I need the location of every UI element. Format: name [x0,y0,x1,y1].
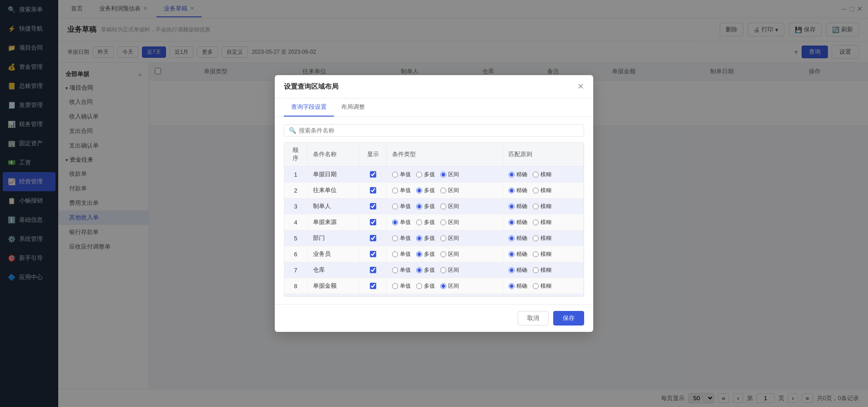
row-match-cell: 精确模糊 [503,262,583,278]
row-type-cell: 单值多值区间 [387,183,503,198]
radio-match-精确[interactable]: 精确 [509,282,527,290]
row-condition-name: 单据来源 [307,214,359,230]
row-order: 2 [284,183,307,198]
cancel-button[interactable]: 取消 [518,311,549,326]
display-checkbox[interactable] [370,235,376,241]
radio-type-区间[interactable]: 区间 [440,219,459,226]
radio-match-模糊[interactable]: 模糊 [533,171,551,178]
radio-type-多值[interactable]: 多值 [416,187,435,194]
radio-type-区间[interactable]: 区间 [440,266,459,274]
radio-match-模糊[interactable]: 模糊 [533,282,551,290]
modal-title: 设置查询区域布局 [284,82,338,91]
modal-search-input[interactable] [299,127,579,134]
radio-type-单值[interactable]: 单值 [392,171,411,178]
radio-match-精确[interactable]: 精确 [509,203,527,210]
row-order: 5 [284,230,307,246]
radio-match-模糊[interactable]: 模糊 [533,234,551,242]
radio-match-精确[interactable]: 精确 [509,171,527,178]
radio-type-区间[interactable]: 区间 [440,187,459,194]
radio-type-单值[interactable]: 单值 [392,234,411,242]
row-match-cell: 精确模糊 [503,214,583,230]
row-type-cell: 单值多值区间 [387,262,503,278]
radio-match-精确[interactable]: 精确 [509,266,527,274]
row-condition-name: 备注 [307,294,359,297]
radio-type-单值[interactable]: 单值 [392,250,411,258]
row-match-cell: 精确模糊 [503,183,583,198]
radio-match-模糊[interactable]: 模糊 [533,266,551,274]
radio-type-区间[interactable]: 区间 [440,250,459,258]
radio-type-多值[interactable]: 多值 [416,250,435,258]
row-type-cell: 单值多值区间 [387,214,503,230]
row-display-cell [359,230,387,246]
radio-match-精确[interactable]: 精确 [509,234,527,242]
modal-header: 设置查询区域布局 ✕ [275,75,593,98]
radio-type-区间[interactable]: 区间 [440,282,459,290]
row-condition-name: 单据金额 [307,278,359,294]
radio-type-区间[interactable]: 区间 [440,203,459,210]
settings-row: 5部门单值多值区间精确模糊 [284,230,584,246]
display-checkbox[interactable] [370,251,376,257]
radio-match-模糊[interactable]: 模糊 [533,187,551,194]
settings-row: 9备注单值多值区间精确模糊 [284,294,584,297]
radio-type-多值[interactable]: 多值 [416,266,435,274]
radio-type-多值[interactable]: 多值 [416,282,435,290]
row-display-cell [359,246,387,262]
row-order: 1 [284,167,307,183]
row-condition-name: 往来单位 [307,183,359,198]
row-condition-name: 制单人 [307,198,359,214]
radio-match-精确[interactable]: 精确 [509,219,527,226]
radio-type-区间[interactable]: 区间 [440,234,459,242]
display-checkbox[interactable] [370,171,376,178]
settings-row: 4单据来源单值多值区间精确模糊 [284,214,584,230]
modal-save-button[interactable]: 保存 [553,311,584,326]
row-match-cell: 精确模糊 [503,246,583,262]
display-checkbox[interactable] [370,283,376,289]
th-match: 匹配原则 [503,142,583,167]
modal-search-box: 🔍 [284,124,584,137]
display-checkbox[interactable] [370,187,376,193]
row-display-cell [359,198,387,214]
row-match-cell: 精确模糊 [503,167,583,183]
modal-tab-fields[interactable]: 查询字段设置 [284,98,334,117]
radio-type-单值[interactable]: 单值 [392,219,411,226]
row-order: 4 [284,214,307,230]
modal-tab-layout[interactable]: 布局调整 [334,98,372,117]
row-type-cell: 单值多值区间 [387,294,503,297]
row-display-cell [359,294,387,297]
row-condition-name: 业务员 [307,246,359,262]
display-checkbox[interactable] [370,219,376,225]
th-name: 条件名称 [307,142,359,167]
radio-type-单值[interactable]: 单值 [392,282,411,290]
modal-body: 🔍 顺序 条件名称 显示 条件类型 匹配原则 [275,117,593,304]
radio-match-精确[interactable]: 精确 [509,187,527,194]
row-type-cell: 单值多值区间 [387,278,503,294]
radio-type-单值[interactable]: 单值 [392,187,411,194]
th-order: 顺序 [284,142,307,167]
radio-match-模糊[interactable]: 模糊 [533,203,551,210]
settings-table: 顺序 条件名称 显示 条件类型 匹配原则 1单据日期单值多值区间精确模糊2往来单… [284,142,584,297]
settings-row: 6业务员单值多值区间精确模糊 [284,246,584,262]
display-checkbox[interactable] [370,267,376,273]
row-order: 6 [284,246,307,262]
radio-type-多值[interactable]: 多值 [416,171,435,178]
radio-type-多值[interactable]: 多值 [416,219,435,226]
modal-overlay: 设置查询区域布局 ✕ 查询字段设置 布局调整 🔍 顺序 条件 [0,0,868,407]
settings-table-container: 顺序 条件名称 显示 条件类型 匹配原则 1单据日期单值多值区间精确模糊2往来单… [284,142,584,297]
radio-type-单值[interactable]: 单值 [392,266,411,274]
radio-type-多值[interactable]: 多值 [416,234,435,242]
radio-type-多值[interactable]: 多值 [416,203,435,210]
display-checkbox[interactable] [370,203,376,209]
row-display-cell [359,183,387,198]
settings-row: 2往来单位单值多值区间精确模糊 [284,183,584,198]
row-type-cell: 单值多值区间 [387,230,503,246]
radio-match-模糊[interactable]: 模糊 [533,250,551,258]
row-condition-name: 部门 [307,230,359,246]
settings-row: 1单据日期单值多值区间精确模糊 [284,167,584,183]
modal-close-button[interactable]: ✕ [577,81,584,92]
radio-type-区间[interactable]: 区间 [440,171,459,178]
settings-row: 3制单人单值多值区间精确模糊 [284,198,584,214]
radio-type-单值[interactable]: 单值 [392,203,411,210]
row-match-cell: 精确模糊 [503,294,583,297]
radio-match-模糊[interactable]: 模糊 [533,219,551,226]
radio-match-精确[interactable]: 精确 [509,250,527,258]
